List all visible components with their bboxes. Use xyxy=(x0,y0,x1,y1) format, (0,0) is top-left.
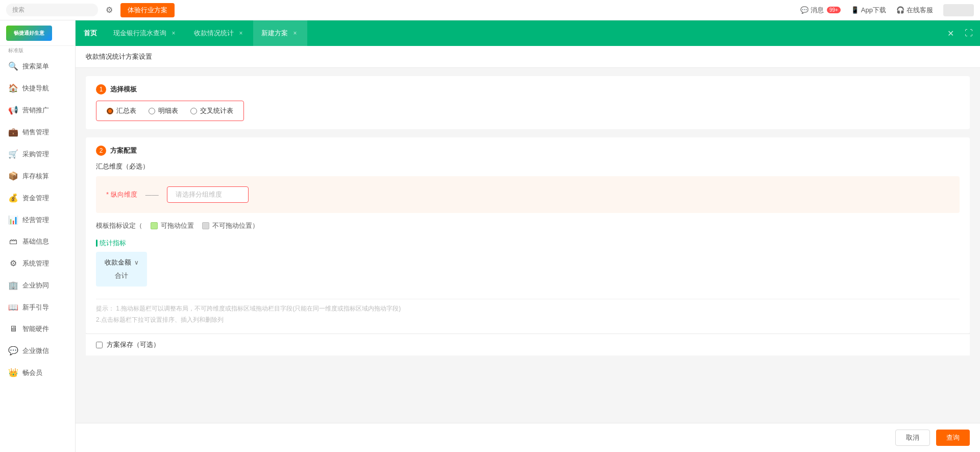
sidebar-item-label: 库存核算 xyxy=(22,172,49,181)
radio-cross-label: 交叉统计表 xyxy=(200,106,233,115)
legend-draggable-box xyxy=(151,222,158,229)
search-icon: 🔍 xyxy=(8,61,18,71)
metrics-legend-row: 模板指标设定（ 可拖动位置 不可拖动位置） xyxy=(96,221,960,230)
radio-detail[interactable]: 明细表 xyxy=(149,106,178,115)
dimension-arrow: —— xyxy=(145,191,159,199)
vertical-label: * 纵向维度 xyxy=(106,190,137,199)
legend-not-draggable-box xyxy=(202,222,209,229)
dimension-area: * 纵向维度 —— 请选择分组维度 xyxy=(96,176,960,213)
radio-cross-input[interactable] xyxy=(190,108,197,114)
sidebar-item-sales[interactable]: 💼 销售管理 xyxy=(0,121,75,143)
sidebar-item-label: 经营管理 xyxy=(22,216,49,225)
metrics-card-title: 收款金额 xyxy=(105,258,131,267)
guide-icon: 📖 xyxy=(8,302,18,312)
system-icon: ⚙ xyxy=(8,258,18,268)
message-icon: 💬 xyxy=(800,6,808,14)
radio-detail-label: 明细表 xyxy=(158,106,178,115)
sidebar-item-operations[interactable]: 📊 经营管理 xyxy=(0,209,75,231)
right-panel: 首页 现金银行流水查询 × 收款情况统计 × 新建方案 × ✕ ⛶ xyxy=(76,20,980,452)
logo-text: 畅捷通好生意 xyxy=(14,30,44,37)
message-badge: 99+ xyxy=(827,7,841,13)
sidebar-item-label: 企业微信 xyxy=(22,346,49,355)
tab-cash-flow-label: 现金银行流水查询 xyxy=(113,29,166,38)
close-window-icon[interactable]: ✕ xyxy=(943,26,958,40)
sidebar-item-corp[interactable]: 🏢 企业协同 xyxy=(0,274,75,296)
message-item[interactable]: 💬 消息 99+ xyxy=(800,6,841,15)
marketing-icon: 📢 xyxy=(8,105,18,115)
save-checkbox[interactable] xyxy=(96,342,103,348)
sidebar-item-nav[interactable]: 🏠 快捷导航 xyxy=(0,77,75,99)
sidebar-item-label: 智能硬件 xyxy=(22,324,49,334)
template-selection-box: 汇总表 明细表 交叉统计表 xyxy=(96,101,244,121)
cancel-button[interactable]: 取消 xyxy=(895,430,930,446)
step2-section: 2 方案配置 汇总维度（必选） * 纵向维度 —— 请选择分组维度 xyxy=(86,137,970,334)
app-icon: 📱 xyxy=(851,6,859,14)
finance-icon: 💰 xyxy=(8,193,18,203)
sidebar: 畅捷通好生意 标准版 🔍 搜索菜单 🏠 快捷导航 📢 营销推广 💼 销售管理 🛒… xyxy=(0,20,76,452)
sidebar-item-system[interactable]: ⚙ 系统管理 xyxy=(0,252,75,274)
metrics-card[interactable]: 收款金额 ∨ 合计 xyxy=(96,252,147,287)
sidebar-item-label: 资金管理 xyxy=(22,194,49,203)
sidebar-tag: 标准版 xyxy=(2,46,75,55)
trial-button[interactable]: 体验行业方案 xyxy=(120,3,175,17)
online-service-item[interactable]: 🎧 在线客服 xyxy=(896,6,933,15)
sidebar-item-hardware[interactable]: 🖥 智能硬件 xyxy=(0,318,75,340)
sidebar-item-member[interactable]: 👑 畅会员 xyxy=(0,362,75,384)
sidebar-item-inventory[interactable]: 📦 库存核算 xyxy=(0,165,75,187)
hints-area: 提示： 1.拖动标题栏可以调整布局，不可跨维度或指标区域拖动栏目字段(只能在同一… xyxy=(96,299,960,325)
sidebar-item-label: 新手引导 xyxy=(22,303,49,312)
app-download-item[interactable]: 📱 App下载 xyxy=(851,6,886,15)
gear-icon[interactable]: ⚙ xyxy=(102,3,116,17)
dimension-input[interactable]: 请选择分组维度 xyxy=(167,186,249,203)
tab-home[interactable]: 首页 xyxy=(76,20,105,46)
metrics-section-text: 统计指标 xyxy=(100,239,126,248)
search-placeholder: 搜索 xyxy=(12,6,24,13)
sidebar-item-purchase[interactable]: 🛒 采购管理 xyxy=(0,143,75,165)
logo-image: 畅捷通好生意 xyxy=(6,26,52,41)
sidebar-item-finance[interactable]: 💰 资金管理 xyxy=(0,187,75,209)
top-bar-right: 💬 消息 99+ 📱 App下载 🎧 在线客服 xyxy=(800,4,974,16)
tab-new-plan-close[interactable]: × xyxy=(291,29,299,37)
save-row: 方案保存（可选） xyxy=(86,334,970,355)
query-button[interactable]: 查询 xyxy=(936,430,970,446)
step1-section: 1 选择模板 汇总表 明细表 xyxy=(86,76,970,129)
tab-collection-stats[interactable]: 收款情况统计 × xyxy=(186,20,253,46)
metrics-section-label: 统计指标 xyxy=(96,239,960,248)
avatar xyxy=(943,4,974,16)
metrics-card-header: 收款金额 ∨ xyxy=(101,256,143,269)
online-service-label: 在线客服 xyxy=(906,6,933,15)
sidebar-item-label: 销售管理 xyxy=(22,128,49,137)
step1-label: 1 选择模板 xyxy=(96,84,960,94)
radio-detail-input[interactable] xyxy=(149,108,155,114)
search-box: 搜索 xyxy=(6,4,98,16)
sidebar-item-guide[interactable]: 📖 新手引导 xyxy=(0,296,75,318)
sidebar-item-basics[interactable]: 🗃 基础信息 xyxy=(0,231,75,252)
sidebar-item-label: 基础信息 xyxy=(22,237,49,246)
app-download-label: App下载 xyxy=(861,6,886,15)
sidebar-item-label: 营销推广 xyxy=(22,106,49,115)
dimension-placeholder: 请选择分组维度 xyxy=(176,191,222,198)
save-label: 方案保存（可选） xyxy=(107,340,160,349)
sidebar-item-label: 采购管理 xyxy=(22,150,49,159)
tab-cash-flow-close[interactable]: × xyxy=(169,29,178,37)
tab-cash-flow[interactable]: 现金银行流水查询 × xyxy=(105,20,186,46)
legend-draggable: 可拖动位置 xyxy=(151,221,194,230)
tab-collection-stats-close[interactable]: × xyxy=(237,29,245,37)
operations-icon: 📊 xyxy=(8,215,18,225)
metrics-card-dropdown[interactable]: ∨ xyxy=(134,259,139,266)
inventory-icon: 📦 xyxy=(8,171,18,181)
main-content: 收款情况统计方案设置 1 选择模板 汇总表 xyxy=(76,46,980,423)
step1-title: 选择模板 xyxy=(110,85,137,94)
sidebar-item-label: 快捷导航 xyxy=(22,84,49,93)
maximize-icon[interactable]: ⛶ xyxy=(962,26,976,40)
sidebar-item-marketing[interactable]: 📢 营销推广 xyxy=(0,99,75,121)
service-icon: 🎧 xyxy=(896,6,904,14)
tab-new-plan[interactable]: 新建方案 × xyxy=(253,20,307,46)
radio-cross[interactable]: 交叉统计表 xyxy=(190,106,233,115)
radio-summary-input[interactable] xyxy=(107,108,113,114)
sidebar-item-label: 企业协同 xyxy=(22,281,49,290)
sidebar-item-search[interactable]: 🔍 搜索菜单 xyxy=(0,55,75,77)
legend-draggable-label: 可拖动位置 xyxy=(161,221,194,230)
sidebar-item-wechat[interactable]: 💬 企业微信 xyxy=(0,340,75,362)
radio-summary[interactable]: 汇总表 xyxy=(107,106,136,115)
